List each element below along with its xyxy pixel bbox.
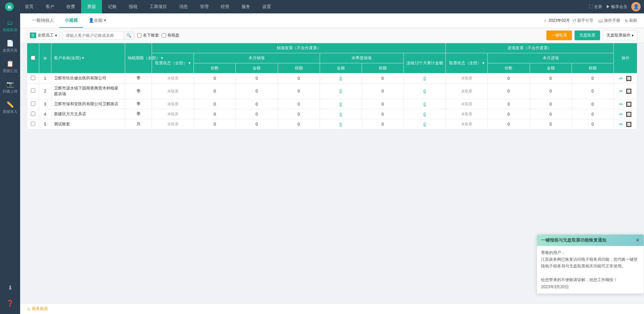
sidebar-item-scan[interactable]: 📷 扫描上传 xyxy=(1,78,19,97)
edit-icon-2[interactable]: ✏ xyxy=(619,102,623,107)
row-purchase-m-amount: 0 xyxy=(530,83,572,99)
policy-icon: ⚠ xyxy=(27,307,31,311)
nav-fee[interactable]: 收费 xyxy=(60,0,81,13)
filter-bar: 全 全部员工 ▾ 🔍 名下账套 有税盘 一键取票 xyxy=(20,28,644,43)
row-sales-12m: 0 xyxy=(404,73,446,83)
row-sales-q-tax: 0 xyxy=(362,109,404,119)
sidebar-item-smart-ticket[interactable]: 🗂 智能取票 xyxy=(1,17,19,35)
sidebar-item-smart-ticket-label: 智能取票 xyxy=(3,27,17,33)
member-btn[interactable]: ▶ 畅享会员 xyxy=(606,4,627,10)
row-client-name: 卫辉市玖玖健合医药有限公司 xyxy=(51,73,125,83)
table-body: 1 卫辉市玖玖健合医药有限公司 季 未取票 0 0 0 0 0 0 未取票 0 … xyxy=(27,73,637,129)
nav-tax[interactable]: 报税 xyxy=(123,0,144,13)
refresh-btn[interactable]: ↻ 刷新 xyxy=(625,18,637,23)
employee-label: 全部员工 xyxy=(38,33,54,38)
row-checkbox[interactable] xyxy=(27,99,39,109)
select-all-checkbox[interactable] xyxy=(31,56,35,60)
new-guide-btn[interactable]: ? 新手引导 xyxy=(574,18,593,23)
table-row: 2 卫辉市汲水镇下园闻香阁营木种植家庭农场 季 未取票 0 0 0 0 0 0 … xyxy=(27,83,637,99)
settings-icon[interactable]: ⚙ xyxy=(43,56,47,61)
edit-icon-0[interactable]: ✏ xyxy=(619,76,623,81)
nav-settings[interactable]: 设置 xyxy=(256,0,277,13)
no-disk-ticket-btn[interactable]: 无盘取票 xyxy=(575,30,600,40)
account-checkbox[interactable] xyxy=(137,33,142,38)
tax-policy-link[interactable]: 税务政策 xyxy=(32,306,48,312)
row-checkbox[interactable] xyxy=(27,73,39,83)
row-num: 5 xyxy=(39,119,51,129)
period-prev-btn[interactable]: ‹ xyxy=(544,18,546,23)
detail-icon-3[interactable]: 🔲 xyxy=(626,112,632,117)
row-purchase-m-amount: 0 xyxy=(530,99,572,109)
svg-text:账: 账 xyxy=(8,5,12,9)
th-sales-quarter: 本季度销项 xyxy=(320,53,404,63)
help-icon: ❓ xyxy=(6,300,14,307)
row-purchase-m-amount: 0 xyxy=(530,119,572,129)
detail-icon-4[interactable]: 🔲 xyxy=(626,122,632,127)
nav-service[interactable]: 服务 xyxy=(235,0,256,13)
detail-icon-0[interactable]: 🔲 xyxy=(626,76,632,81)
sidebar-item-summary-label: 票据汇总 xyxy=(3,68,17,73)
status-bar: ⚠ 税务政策 xyxy=(20,303,644,314)
one-key-ticket-btn[interactable]: 一键取票 xyxy=(546,30,572,40)
manual-btn[interactable]: 📖 操作手册 xyxy=(598,18,620,23)
sidebar-item-help[interactable]: ❓ xyxy=(1,297,19,311)
period-navigation: ‹ 2023年02月 › xyxy=(544,18,574,23)
edit-icon-1[interactable]: ✏ xyxy=(619,88,623,94)
th-purchase-m-tax: 税额 xyxy=(572,63,613,73)
nav-operation[interactable]: 经营 xyxy=(215,0,235,13)
notification-body: 尊敬的用户： 江苏政务网已恢复访问电子税务局功能，您代账一键登陆电子税务局与无盘… xyxy=(537,246,644,294)
nav-admin[interactable]: 管理 xyxy=(194,0,215,13)
sidebar-item-entry[interactable]: ✏️ 票据录入 xyxy=(1,98,19,117)
dropdown-icon: ▾ xyxy=(632,33,634,38)
detail-icon-1[interactable]: 🔲 xyxy=(626,88,632,94)
row-purchase-m-count: 0 xyxy=(488,83,530,99)
search-input[interactable] xyxy=(63,32,123,39)
nav-bookkeeping[interactable]: 记账 xyxy=(102,0,123,13)
sidebar-item-invoice[interactable]: 📄 发票开具 xyxy=(1,37,19,56)
row-sales-m-count: 0 xyxy=(194,109,236,119)
row-sales-m-amount: 0 xyxy=(236,99,278,109)
search-button[interactable]: 🔍 xyxy=(123,32,134,39)
nav-business[interactable]: 工商项目 xyxy=(144,0,173,13)
row-select-3[interactable] xyxy=(31,112,35,116)
row-client-name: 新建区方方文具店 xyxy=(51,109,125,119)
employee-badge: 全 xyxy=(30,33,36,38)
nav-ticket[interactable]: 票据 xyxy=(81,0,102,13)
fullscreen-btn[interactable]: ⛶ 全屏 xyxy=(589,4,602,10)
tax-disk-checkbox[interactable] xyxy=(162,33,166,38)
sidebar-bottom: ⬇ ❓ xyxy=(1,281,19,314)
tab-small-scale[interactable]: 小规模 xyxy=(59,14,83,28)
row-purchase-status: 未取票 xyxy=(446,119,488,129)
row-checkbox[interactable] xyxy=(27,83,39,99)
th-sales-12m: 连续12个月累计金额 xyxy=(404,53,446,73)
row-checkbox[interactable] xyxy=(27,109,39,119)
row-sales-m-count: 0 xyxy=(194,119,236,129)
edit-icon-3[interactable]: ✏ xyxy=(619,112,623,117)
row-purchase-status: 未取票 xyxy=(446,73,488,83)
account-checkbox-text: 名下账套 xyxy=(143,33,159,38)
table-row: 4 新建区方方文具店 季 未取票 0 0 0 0 0 0 未取票 0 0 0 ✏… xyxy=(27,109,637,119)
tab-all-ability[interactable]: 👤 全能 ▾ xyxy=(83,14,112,28)
row-select-4[interactable] xyxy=(31,122,35,126)
row-sales-q-amount: 0 xyxy=(320,109,362,119)
sidebar-item-summary[interactable]: 📋 票据汇总 xyxy=(1,57,19,76)
user-avatar[interactable]: 👤 xyxy=(631,2,641,11)
nav-message[interactable]: 消息 xyxy=(173,0,194,13)
nav-home[interactable]: 首页 xyxy=(19,0,40,13)
row-select-0[interactable] xyxy=(31,76,35,80)
row-select-1[interactable] xyxy=(31,88,35,93)
detail-icon-2[interactable]: 🔲 xyxy=(626,102,632,107)
tab-general-taxpayer[interactable]: 一般纳税人 xyxy=(27,14,59,28)
edit-icon-4[interactable]: ✏ xyxy=(619,122,623,127)
employee-filter[interactable]: 全 全部员工 ▾ xyxy=(27,31,60,40)
row-client-name: 卫辉市汲水镇下园闻香阁营木种植家庭农场 xyxy=(51,83,125,99)
tax-disk-checkbox-label[interactable]: 有税盘 xyxy=(162,33,179,38)
row-sales-q-amount: 0 xyxy=(320,99,362,109)
row-checkbox[interactable] xyxy=(27,119,39,129)
no-disk-ops-btn[interactable]: 无盘取票操作 ▾ xyxy=(603,30,637,40)
account-checkbox-label[interactable]: 名下账套 xyxy=(137,33,159,38)
notification-close-btn[interactable]: ✕ xyxy=(636,238,640,243)
sidebar-item-download[interactable]: ⬇ xyxy=(1,281,19,295)
row-select-2[interactable] xyxy=(31,102,35,106)
nav-customer[interactable]: 客户 xyxy=(40,0,60,13)
